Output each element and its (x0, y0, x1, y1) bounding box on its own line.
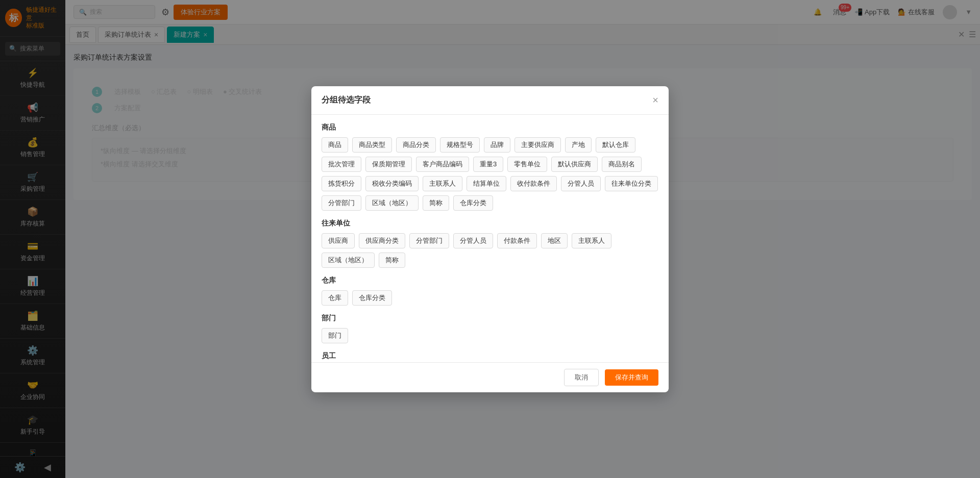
field-tag[interactable]: 重量3 (473, 157, 503, 172)
field-tag[interactable]: 区域（地区） (322, 253, 375, 268)
field-tag[interactable]: 拣货积分 (322, 176, 361, 191)
field-tag[interactable]: 供应商 (322, 233, 355, 248)
field-tag[interactable]: 默认供应商 (551, 157, 598, 172)
section-goods: 商品 商品 商品类型 商品分类 规格型号 品牌 主要供应商 产地 默认仓库 批次… (322, 123, 658, 211)
section-goods-title: 商品 (322, 123, 658, 132)
field-tag[interactable]: 商品别名 (602, 157, 642, 172)
field-tag[interactable]: 供应商分类 (359, 233, 405, 248)
field-tag[interactable]: 简称 (423, 195, 449, 211)
field-tag[interactable]: 保质期管理 (365, 157, 412, 172)
section-partner: 往来单位 供应商 供应商分类 分管部门 分管人员 付款条件 地区 主联系人 区域… (322, 219, 658, 268)
section-goods-fields: 商品 商品类型 商品分类 规格型号 品牌 主要供应商 产地 默认仓库 批次管理 … (322, 137, 658, 211)
field-tag[interactable]: 商品类型 (352, 137, 392, 153)
section-department-fields: 部门 (322, 328, 658, 343)
field-tag[interactable]: 批次管理 (322, 157, 361, 172)
field-tag[interactable]: 地区 (541, 233, 568, 248)
field-select-modal: 分组待选字段 × 商品 商品 商品类型 商品分类 规格型号 品牌 主要供应商 产… (311, 86, 669, 392)
section-employee: 员工 业务员 (322, 351, 658, 362)
field-tag[interactable]: 零售单位 (507, 157, 547, 172)
field-tag[interactable]: 主联系人 (423, 176, 462, 191)
field-tag[interactable]: 品牌 (484, 137, 510, 153)
field-tag[interactable]: 客户商品编码 (416, 157, 469, 172)
section-department-title: 部门 (322, 314, 658, 323)
field-tag[interactable]: 分管人员 (453, 233, 493, 248)
save-query-button[interactable]: 保存并查询 (605, 369, 658, 386)
modal-footer: 取消 保存并查询 (311, 362, 669, 392)
field-tag[interactable]: 默认仓库 (596, 137, 635, 153)
field-tag[interactable]: 简称 (379, 253, 405, 268)
field-tag[interactable]: 税收分类编码 (365, 176, 419, 191)
field-tag[interactable]: 结算单位 (467, 176, 506, 191)
field-tag[interactable]: 收付款条件 (510, 176, 557, 191)
cancel-button[interactable]: 取消 (564, 369, 599, 386)
section-warehouse: 仓库 仓库 仓库分类 (322, 276, 658, 306)
section-department: 部门 部门 (322, 314, 658, 343)
field-tag[interactable]: 规格型号 (440, 137, 480, 153)
field-tag[interactable]: 往来单位分类 (605, 176, 658, 191)
section-warehouse-fields: 仓库 仓库分类 (322, 290, 658, 306)
field-tag[interactable]: 分管人员 (561, 176, 601, 191)
section-employee-title: 员工 (322, 351, 658, 361)
field-tag[interactable]: 仓库分类 (453, 195, 493, 211)
field-tag[interactable]: 仓库 (322, 290, 348, 306)
field-tag[interactable]: 分管部门 (322, 195, 361, 211)
modal-header: 分组待选字段 × (311, 86, 669, 115)
field-tag[interactable]: 付款条件 (497, 233, 537, 248)
modal-title: 分组待选字段 (322, 95, 371, 106)
section-partner-title: 往来单位 (322, 219, 658, 228)
section-warehouse-title: 仓库 (322, 276, 658, 285)
field-tag[interactable]: 商品分类 (396, 137, 436, 153)
field-tag[interactable]: 区域（地区） (365, 195, 419, 211)
field-tag[interactable]: 产地 (565, 137, 592, 153)
field-tag[interactable]: 分管部门 (409, 233, 449, 248)
section-partner-fields: 供应商 供应商分类 分管部门 分管人员 付款条件 地区 主联系人 区域（地区） … (322, 233, 658, 268)
modal-overlay: 分组待选字段 × 商品 商品 商品类型 商品分类 规格型号 品牌 主要供应商 产… (0, 0, 980, 478)
field-tag[interactable]: 部门 (322, 328, 348, 343)
modal-body: 商品 商品 商品类型 商品分类 规格型号 品牌 主要供应商 产地 默认仓库 批次… (311, 115, 669, 362)
modal-close-btn[interactable]: × (652, 94, 658, 106)
field-tag[interactable]: 主要供应商 (514, 137, 561, 153)
field-tag[interactable]: 商品 (322, 137, 348, 153)
field-tag[interactable]: 主联系人 (572, 233, 611, 248)
field-tag[interactable]: 仓库分类 (352, 290, 392, 306)
